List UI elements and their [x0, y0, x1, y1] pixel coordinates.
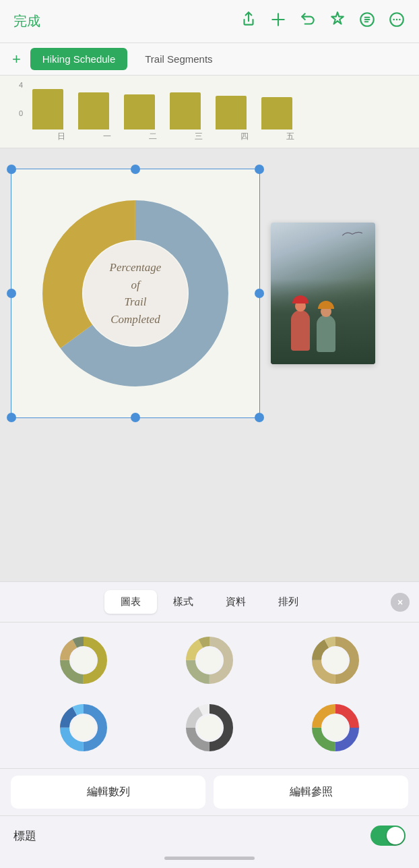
- x-label-thu: 四: [229, 131, 260, 142]
- chart-section: PercentageofTrailCompleted: [0, 148, 419, 432]
- svg-point-27: [71, 716, 96, 740]
- bar-x-labels: 日 一 二 三 四 五: [46, 129, 400, 142]
- bar-col-thu: [216, 96, 247, 129]
- svg-point-12: [71, 648, 96, 672]
- style-item-2[interactable]: [153, 633, 265, 687]
- x-label-mon: 一: [92, 131, 123, 142]
- style-item-3[interactable]: [280, 633, 392, 687]
- donut-styles-grid: [0, 623, 419, 768]
- undo-icon: [299, 11, 317, 28]
- format-icon: [358, 11, 376, 28]
- done-button[interactable]: 完成: [13, 12, 40, 30]
- bar-chart-area: 4 0: [19, 81, 400, 129]
- sheet-tabs: + Hiking Schedule Trail Segments: [0, 43, 419, 76]
- toolbar-right: [240, 11, 406, 32]
- tab-chart[interactable]: 圖表: [104, 590, 157, 614]
- title-label: 標題: [13, 828, 36, 844]
- donut-chart-container[interactable]: PercentageofTrailCompleted: [11, 169, 260, 418]
- x-label-fri: 五: [275, 131, 306, 142]
- bird-icon: [342, 229, 363, 240]
- style-donut-6: [309, 701, 362, 755]
- style-donut-4: [57, 701, 110, 755]
- svg-point-7: [84, 241, 188, 346]
- tab-trail-segments[interactable]: Trail Segments: [133, 48, 224, 70]
- bar-col-fri: [261, 97, 292, 129]
- bar-sun: [32, 89, 63, 129]
- plus-icon: [269, 11, 287, 28]
- handle-mid-right[interactable]: [255, 289, 264, 298]
- tab-style[interactable]: 樣式: [157, 590, 210, 614]
- bar-mon: [78, 92, 109, 129]
- canvas-area: 4 0: [0, 76, 419, 581]
- share-button[interactable]: [240, 11, 257, 32]
- bottom-panel: 圖表 樣式 資料 排列 ×: [0, 581, 419, 863]
- handle-bot-center[interactable]: [131, 413, 140, 422]
- share-icon: [240, 11, 257, 28]
- action-row: 編輯數列 編輯參照: [0, 769, 419, 815]
- toolbar-left: 完成: [13, 12, 40, 30]
- bar-wed: [170, 92, 201, 129]
- chart-tabs: 圖表 樣式 資料 排列 ×: [0, 582, 419, 622]
- edit-series-button[interactable]: 編輯數列: [11, 776, 205, 809]
- style-donut-3: [309, 633, 362, 687]
- x-label-tue: 二: [137, 131, 168, 142]
- handle-bot-left[interactable]: [7, 413, 16, 422]
- photo-image: [271, 223, 375, 364]
- x-label-sun: 日: [46, 131, 77, 142]
- home-indicator: [0, 851, 419, 863]
- pin-button[interactable]: [329, 11, 346, 32]
- y-label-0: 0: [19, 109, 23, 117]
- pin-icon: [329, 11, 346, 28]
- handle-top-center[interactable]: [131, 165, 140, 174]
- svg-point-3: [396, 18, 398, 20]
- style-donut-2: [183, 633, 236, 687]
- svg-point-22: [323, 648, 348, 672]
- svg-point-2: [393, 18, 395, 20]
- style-item-1[interactable]: [27, 633, 139, 687]
- donut-svg: [31, 189, 240, 398]
- bar-fri: [261, 97, 292, 129]
- style-donut-5: [183, 701, 236, 755]
- title-row: 標題: [0, 816, 419, 851]
- edit-ref-button[interactable]: 編輯參照: [214, 776, 408, 809]
- style-item-5[interactable]: [153, 701, 265, 755]
- tab-hiking-schedule[interactable]: Hiking Schedule: [30, 48, 127, 70]
- handle-top-left[interactable]: [7, 165, 16, 174]
- close-panel-button[interactable]: ×: [391, 593, 410, 612]
- more-icon: [388, 11, 406, 28]
- more-button[interactable]: [388, 11, 406, 32]
- x-label-wed: 三: [183, 131, 214, 142]
- undo-button[interactable]: [299, 11, 317, 32]
- style-item-4[interactable]: [27, 701, 139, 755]
- tab-data[interactable]: 資料: [210, 590, 262, 614]
- bar-col-sun: [32, 89, 63, 129]
- svg-point-17: [197, 648, 222, 672]
- toolbar: 完成: [0, 0, 419, 43]
- bar-tue: [124, 94, 155, 129]
- tab-arrange[interactable]: 排列: [262, 590, 315, 614]
- svg-point-32: [197, 716, 222, 740]
- add-sheet-button[interactable]: +: [8, 51, 25, 68]
- home-bar: [164, 857, 255, 860]
- bar-col-tue: [124, 94, 155, 129]
- bar-col-mon: [78, 92, 109, 129]
- handle-bot-right[interactable]: [255, 413, 264, 422]
- svg-point-4: [399, 18, 401, 20]
- toggle-thumb: [387, 827, 404, 844]
- style-donut-1: [57, 633, 110, 687]
- title-toggle[interactable]: [370, 826, 406, 846]
- bar-col-wed: [170, 92, 201, 129]
- y-label-4: 4: [19, 81, 23, 89]
- bars-row: [32, 89, 400, 129]
- bar-thu: [216, 96, 247, 129]
- style-item-6[interactable]: [280, 701, 392, 755]
- bar-chart: 4 0: [0, 76, 419, 148]
- photo-thumbnail: [271, 223, 375, 364]
- handle-mid-left[interactable]: [7, 289, 16, 298]
- svg-point-37: [323, 716, 348, 740]
- handle-top-right[interactable]: [255, 165, 264, 174]
- format-button[interactable]: [358, 11, 376, 32]
- add-button[interactable]: [269, 11, 287, 32]
